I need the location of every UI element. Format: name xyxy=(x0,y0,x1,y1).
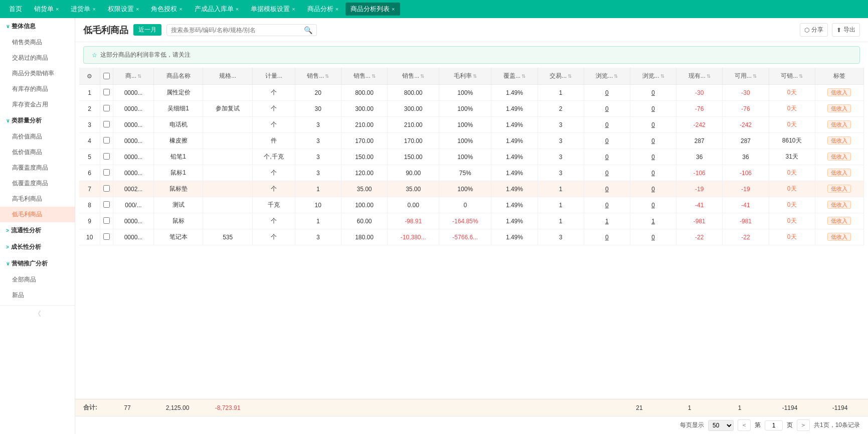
row-checkbox[interactable] xyxy=(103,121,110,127)
row-checkbox[interactable] xyxy=(103,185,110,192)
search-input[interactable] xyxy=(171,27,304,34)
cell-browse2[interactable]: 0 xyxy=(630,197,676,213)
tag-badge[interactable]: 低收入 xyxy=(827,201,851,209)
settings-icon[interactable]: ⚙ xyxy=(87,73,92,80)
nav-close-icon[interactable]: × xyxy=(392,6,395,12)
sidebar-item-低覆盖度商品[interactable]: 低覆盖度商品 xyxy=(0,176,75,191)
row-checkbox[interactable] xyxy=(103,201,110,208)
sidebar-item-库存资金占用[interactable]: 库存资金占用 xyxy=(0,97,75,112)
sidebar-item-新品[interactable]: 新品 xyxy=(0,287,75,303)
sort-icon-browse2[interactable]: ⇅ xyxy=(660,73,664,79)
nav-item-单据模板设置[interactable]: 单据模板设置× xyxy=(246,3,300,16)
nav-item-权限设置[interactable]: 权限设置× xyxy=(103,3,144,16)
tag-badge[interactable]: 低收入 xyxy=(827,217,851,225)
sidebar-item-交易过的商品[interactable]: 交易过的商品 xyxy=(0,50,75,66)
cell-browse2[interactable]: 0 xyxy=(630,181,676,197)
sort-icon-trade_cnt[interactable]: ⇅ xyxy=(568,73,572,79)
nav-close-icon[interactable]: × xyxy=(179,6,182,12)
sidebar-item-低毛利商品[interactable]: 低毛利商品 xyxy=(0,207,75,222)
select-all-checkbox[interactable] xyxy=(103,73,110,79)
cell-browse2[interactable]: 0 xyxy=(630,149,676,165)
sidebar-item-高毛利商品[interactable]: 高毛利商品 xyxy=(0,191,75,207)
sidebar-item-有库存的商品[interactable]: 有库存的商品 xyxy=(0,81,75,97)
cell-browse1[interactable]: 0 xyxy=(584,165,630,181)
sort-icon-current_stock[interactable]: ⇅ xyxy=(707,73,711,79)
nav-close-icon[interactable]: × xyxy=(236,6,239,12)
cell-browse2[interactable]: 0 xyxy=(630,85,676,101)
sort-icon-code[interactable]: ⇅ xyxy=(137,73,141,79)
nav-close-icon[interactable]: × xyxy=(56,6,59,12)
cell-browse1[interactable]: 0 xyxy=(584,149,630,165)
sidebar-item-商品分类助销率[interactable]: 商品分类助销率 xyxy=(0,66,75,81)
sidebar-group-整体信息[interactable]: ∨整体信息 xyxy=(0,18,75,35)
tag-badge[interactable]: 低收入 xyxy=(827,169,851,177)
tag-badge[interactable]: 低收入 xyxy=(827,185,851,193)
cell-browse2[interactable]: 0 xyxy=(630,101,676,117)
sort-icon-browse1[interactable]: ⇅ xyxy=(614,73,618,79)
export-button[interactable]: ⬆ 导出 xyxy=(832,23,860,37)
sort-icon-gross_margin[interactable]: ⇅ xyxy=(473,73,477,79)
nav-close-icon[interactable]: × xyxy=(136,6,139,12)
row-checkbox[interactable] xyxy=(103,105,110,111)
cell-browse1[interactable]: 0 xyxy=(584,117,630,133)
row-checkbox[interactable] xyxy=(103,169,110,176)
sort-icon-sellable[interactable]: ⇅ xyxy=(799,73,803,79)
cell-browse1[interactable]: 0 xyxy=(584,85,630,101)
nav-item-销货单[interactable]: 销货单× xyxy=(29,3,64,16)
sidebar-item-高覆盖度商品[interactable]: 高覆盖度商品 xyxy=(0,160,75,176)
sort-icon-available[interactable]: ⇅ xyxy=(753,73,757,79)
share-button[interactable]: ⬡ 分享 xyxy=(800,23,828,37)
tag-badge[interactable]: 低收入 xyxy=(827,104,851,112)
cell-browse2[interactable]: 0 xyxy=(630,133,676,149)
table-container[interactable]: ⚙商... ⇅商品名称规格...计量...销售... ⇅销售... ⇅销售...… xyxy=(75,68,868,399)
prev-page-button[interactable]: ＜ xyxy=(738,419,751,431)
sidebar-item-低价值商品[interactable]: 低价值商品 xyxy=(0,144,75,160)
row-checkbox[interactable] xyxy=(103,217,110,224)
nav-item-首页[interactable]: 首页 xyxy=(4,3,27,16)
nav-item-商品分析列表[interactable]: 商品分析列表× xyxy=(345,3,400,16)
cell-browse2[interactable]: 1 xyxy=(630,213,676,229)
cell-browse2[interactable]: 0 xyxy=(630,229,676,245)
sort-icon-sales_amount[interactable]: ⇅ xyxy=(420,73,424,79)
nav-item-产成品入库单[interactable]: 产成品入库单× xyxy=(190,3,244,16)
cell-browse1[interactable]: 1 xyxy=(584,213,630,229)
sidebar-item-销售类商品[interactable]: 销售类商品 xyxy=(0,35,75,50)
row-checkbox[interactable] xyxy=(103,137,110,143)
sidebar-group-营销推广分析[interactable]: ∨营销推广分析 xyxy=(0,255,75,272)
row-checkbox[interactable] xyxy=(103,89,110,95)
cell-browse2[interactable]: 0 xyxy=(630,117,676,133)
sidebar-group-成长性分析[interactable]: >成长性分析 xyxy=(0,239,75,255)
nav-close-icon[interactable]: × xyxy=(335,6,338,12)
next-page-button[interactable]: ＞ xyxy=(797,419,810,431)
sidebar-group-类群量分析[interactable]: ∨类群量分析 xyxy=(0,112,75,129)
cell-browse1[interactable]: 0 xyxy=(584,181,630,197)
tag-badge[interactable]: 低收入 xyxy=(827,136,851,144)
sort-icon-sales_qty[interactable]: ⇅ xyxy=(325,73,329,79)
tag-badge[interactable]: 低收入 xyxy=(827,233,851,241)
nav-item-商品分析[interactable]: 商品分析× xyxy=(302,3,343,16)
sidebar-item-全部商品[interactable]: 全部商品 xyxy=(0,272,75,287)
tag-badge[interactable]: 低收入 xyxy=(827,120,851,128)
sort-icon-sales_price[interactable]: ⇅ xyxy=(372,73,376,79)
sidebar-group-流通性分析[interactable]: >流通性分析 xyxy=(0,222,75,239)
sidebar-item-高价值商品[interactable]: 高价值商品 xyxy=(0,129,75,144)
search-icon[interactable]: 🔍 xyxy=(304,26,312,34)
nav-close-icon[interactable]: × xyxy=(92,6,95,12)
cell-browse2[interactable]: 0 xyxy=(630,165,676,181)
date-filter-button[interactable]: 近一月 xyxy=(133,24,161,36)
tag-badge[interactable]: 低收入 xyxy=(827,153,851,161)
per-page-select[interactable]: 50 100 200 xyxy=(708,420,734,431)
sidebar-collapse-button[interactable]: 《 xyxy=(0,305,75,323)
cell-browse1[interactable]: 0 xyxy=(584,133,630,149)
nav-item-角色授权[interactable]: 角色授权× xyxy=(146,3,187,16)
page-input[interactable] xyxy=(765,420,783,430)
row-checkbox[interactable] xyxy=(103,233,110,240)
row-checkbox[interactable] xyxy=(103,153,110,160)
sort-icon-coverage[interactable]: ⇅ xyxy=(522,73,526,79)
cell-browse1[interactable]: 0 xyxy=(584,229,630,245)
tag-badge[interactable]: 低收入 xyxy=(827,88,851,96)
cell-browse1[interactable]: 0 xyxy=(584,197,630,213)
cell-browse1[interactable]: 0 xyxy=(584,101,630,117)
nav-close-icon[interactable]: × xyxy=(292,6,295,12)
nav-item-进货单[interactable]: 进货单× xyxy=(66,3,100,16)
